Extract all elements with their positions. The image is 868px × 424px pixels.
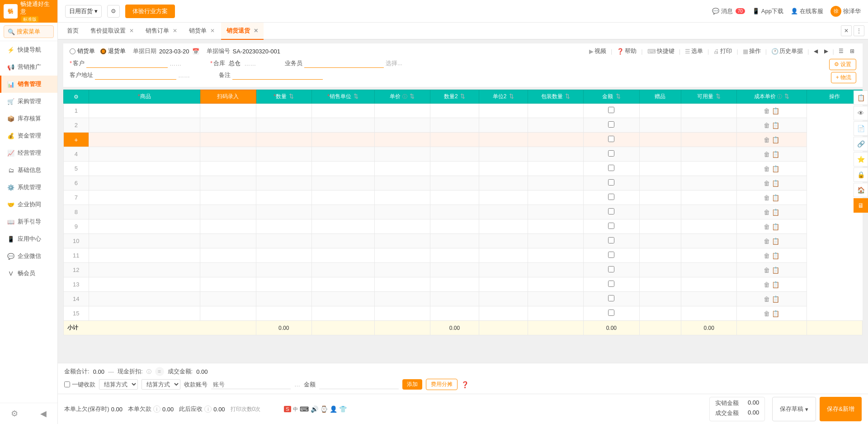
amount-cell[interactable] [528, 277, 583, 292]
qty-cell[interactable] [200, 277, 256, 292]
view-list-btn[interactable]: ☰ [837, 48, 845, 54]
copy-row-btn[interactable]: 📋 [772, 180, 779, 187]
breadcrumb-dropdown[interactable]: 日用百货 ▾ [65, 5, 102, 18]
sidebar-item-basic[interactable]: 🗂 基础信息 [0, 162, 57, 179]
qty2-cell[interactable] [374, 147, 430, 162]
gift-checkbox[interactable] [608, 252, 614, 258]
gift-checkbox[interactable] [608, 266, 614, 272]
cost-price-cell[interactable] [681, 104, 737, 118]
price-cell[interactable] [311, 292, 374, 306]
unit-sort-icon[interactable]: ⇅ [354, 93, 359, 100]
price-sort-icon[interactable]: ⇅ [410, 93, 415, 100]
unit2-cell[interactable] [430, 277, 479, 292]
copy-row-btn[interactable]: 📋 [772, 151, 779, 158]
product-cell[interactable] [89, 191, 200, 205]
cost-price-cell[interactable] [681, 234, 737, 248]
tab-home[interactable]: 首页 [61, 23, 84, 40]
unit-cell[interactable] [256, 191, 311, 205]
copy-row-btn[interactable]: 📋 [772, 310, 779, 317]
unit2-cell[interactable] [430, 219, 479, 234]
gift-checkbox[interactable] [608, 150, 614, 157]
qty2-cell[interactable] [374, 248, 430, 263]
sidebar-item-shortcut[interactable]: ⚡ 快捷导航 [0, 41, 57, 58]
float-btn-7[interactable]: 🏠 [854, 183, 868, 197]
packqty-cell[interactable] [479, 147, 528, 162]
float-btn-4[interactable]: 🔗 [854, 137, 868, 151]
available-cell[interactable] [639, 234, 681, 248]
unit-cell[interactable] [256, 263, 311, 277]
copy-row-btn[interactable]: 📋 [772, 136, 779, 143]
cost-price-cell[interactable] [681, 191, 737, 205]
amount-cell[interactable] [528, 234, 583, 248]
qty-cell[interactable] [200, 234, 256, 248]
online-service-btn[interactable]: 👤 在线客服 [791, 7, 823, 15]
delete-row-btn[interactable]: 🗑 [764, 209, 770, 216]
product-cell[interactable] [89, 234, 200, 248]
address-select-btn[interactable]: …… [178, 72, 190, 79]
copy-row-btn[interactable]: 📋 [772, 295, 779, 303]
action-shortcut[interactable]: ⌨ 快捷键 [646, 47, 676, 55]
packqty-cell[interactable] [479, 162, 528, 176]
price-cell[interactable] [311, 306, 374, 321]
qty-cell[interactable] [200, 292, 256, 306]
unit2-cell[interactable] [430, 176, 479, 191]
calc-method-select[interactable]: 结算方式 [99, 379, 138, 390]
available-cell[interactable] [639, 219, 681, 234]
available-cell[interactable] [639, 263, 681, 277]
view-grid-btn[interactable]: ⊞ [848, 48, 856, 54]
product-input[interactable] [92, 136, 198, 143]
qty2-cell[interactable] [374, 191, 430, 205]
delete-row-btn[interactable]: 🗑 [764, 310, 770, 317]
copy-row-btn[interactable]: 📋 [772, 267, 779, 274]
salesman-input[interactable] [304, 59, 384, 68]
sidebar-item-member[interactable]: V 畅会员 [0, 265, 57, 282]
copy-row-btn[interactable]: 📋 [772, 238, 779, 245]
tab-price-setting[interactable]: 售价提取设置 ✕ [85, 23, 139, 40]
sidebar-item-wechat[interactable]: 💬 企业微信 [0, 248, 57, 265]
unit-cell[interactable] [256, 277, 311, 292]
gift-checkbox[interactable] [608, 281, 614, 287]
action-select[interactable]: ☰ 选单 [683, 47, 705, 55]
float-btn-1[interactable]: 📋 [854, 91, 868, 105]
available-cell[interactable] [639, 147, 681, 162]
unit2-sort-icon[interactable]: ⇅ [509, 93, 514, 100]
unit2-cell[interactable] [430, 191, 479, 205]
available-cell[interactable] [639, 104, 681, 118]
logistics-btn[interactable]: + 物流 [831, 72, 856, 83]
user-profile[interactable]: 徐 徐泽华 [830, 6, 861, 17]
available-cell[interactable] [639, 191, 681, 205]
row-add-btn[interactable]: + [64, 133, 89, 147]
amount-cell[interactable] [528, 292, 583, 306]
amount-cell[interactable] [528, 118, 583, 133]
price-cell[interactable] [311, 191, 374, 205]
packqty-cell[interactable] [479, 306, 528, 321]
delete-row-btn[interactable]: 🗑 [764, 252, 770, 259]
account-input[interactable] [211, 380, 291, 389]
product-cell[interactable] [89, 133, 200, 147]
amount-cell[interactable] [528, 248, 583, 263]
unit2-cell[interactable] [430, 248, 479, 263]
available-cell[interactable] [639, 118, 681, 133]
sidebar-item-guide[interactable]: 📖 新手引导 [0, 213, 57, 230]
amount-cell[interactable] [528, 191, 583, 205]
sidebar-item-purchase[interactable]: 🛒 采购管理 [0, 93, 57, 110]
fee-split-btn[interactable]: 费用分摊 [426, 379, 458, 390]
sidebar-item-finance[interactable]: 💰 资金管理 [0, 127, 57, 144]
amount-cell[interactable] [528, 176, 583, 191]
sidebar-item-inventory[interactable]: 📦 库存核算 [0, 110, 57, 127]
cost-price-cell[interactable] [681, 133, 737, 147]
cost-price-cell[interactable] [681, 263, 737, 277]
save-new-btn[interactable]: 保存&新增 [820, 397, 862, 421]
copy-row-btn[interactable]: 📋 [772, 194, 779, 201]
sidebar-settings-btn[interactable]: ⚙ [7, 407, 22, 420]
packqty-cell[interactable] [479, 176, 528, 191]
action-help[interactable]: ❓ 帮助 [615, 47, 638, 55]
product-cell[interactable] [89, 147, 200, 162]
product-cell[interactable] [89, 306, 200, 321]
amount-cell[interactable] [528, 162, 583, 176]
app-download-btn[interactable]: 📱 App下载 [752, 7, 783, 15]
unit-cell[interactable] [256, 234, 311, 248]
available-cell[interactable] [639, 277, 681, 292]
search-menu-button[interactable]: 🔍 搜索菜单 [4, 25, 54, 38]
qty2-cell[interactable] [374, 263, 430, 277]
